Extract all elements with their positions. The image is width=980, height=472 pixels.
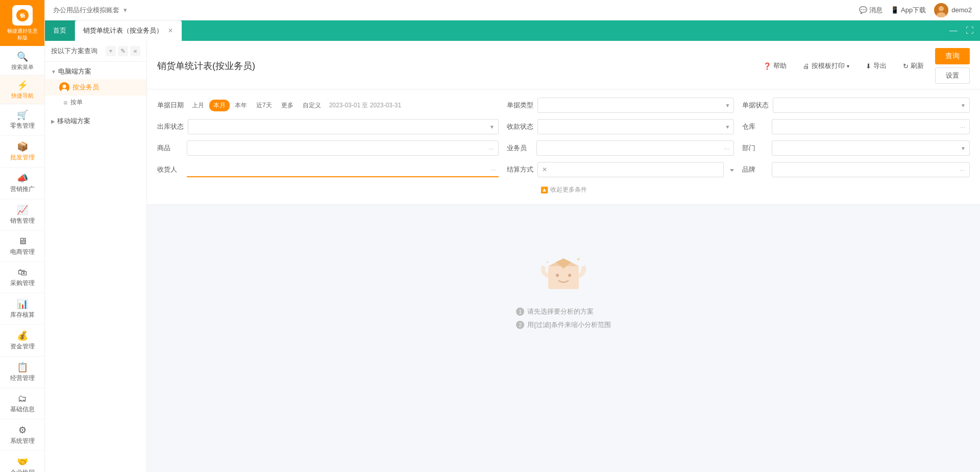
sidebar-item-wholesale[interactable]: 📦 批发管理 (0, 136, 44, 168)
edit-scheme-button[interactable]: ✎ (118, 46, 128, 56)
date-tab-this-year[interactable]: 本年 (231, 100, 251, 111)
mobile-scheme-header[interactable]: ▶ 移动端方案 (45, 113, 146, 129)
collect-status-select[interactable] (537, 119, 734, 134)
sidebar-item-corp[interactable]: 🤝 企业协同 (0, 451, 44, 472)
message-button[interactable]: 💬 消息 (859, 6, 883, 15)
tab-minimize-button[interactable]: — (947, 24, 960, 37)
settle-label: 结算方式 (507, 165, 533, 174)
order-status-select-wrap[interactable] (773, 98, 970, 113)
header-right: 💬 消息 📱 App下载 demo2 (859, 3, 972, 17)
main-area: 办公用品行业模拟账套 ▾ 💬 消息 📱 App下载 de (45, 0, 980, 472)
mobile-chevron-icon: ▶ (51, 119, 55, 124)
collapse-panel-button[interactable]: « (130, 46, 140, 56)
filter-item-receiver: 收货人 ··· (157, 162, 499, 177)
tip-text-1: 请先选择要分析的方案 (527, 307, 594, 316)
refresh-button[interactable]: ↻ 刷新 (898, 59, 929, 73)
right-content: 销货单统计表(按业务员) ❓ 帮助 🖨 按模板打印 ▾ ⬇ 导出 (147, 41, 980, 472)
settle-input[interactable]: ✕ (537, 162, 724, 177)
sidebar-item-system[interactable]: ⚙ 系统管理 (0, 419, 44, 451)
dept-label: 部门 (742, 144, 768, 153)
dept-select[interactable] (772, 140, 970, 156)
print-label: 按模板打印 (812, 61, 845, 70)
order-type-select[interactable] (537, 98, 734, 113)
sidebar-item-ecom[interactable]: 🖥 电商管理 (0, 231, 44, 262)
date-label: 单据日期 (157, 101, 184, 110)
shortcut-icon: ⚡ (17, 80, 28, 91)
desktop-scheme-group: ▼ 电脑端方案 按业务员 ≡ 按单 (45, 62, 146, 111)
user-info[interactable]: demo2 (934, 3, 972, 17)
out-status-label: 出库状态 (157, 122, 184, 131)
sidebar-item-inventory[interactable]: 📊 库存核算 (0, 293, 44, 325)
staff-input[interactable]: ··· (536, 140, 734, 156)
sidebar-search-item[interactable]: 🔍 搜索菜单 (0, 46, 44, 76)
dept-select-wrap[interactable] (772, 140, 970, 156)
date-tab-this-month[interactable]: 本月 (209, 100, 230, 111)
help-button[interactable]: ❓ 帮助 (758, 59, 792, 73)
date-filter: 上月 本月 本年 近7天 更多 自定义 2023-03-01 至 2023-03… (188, 100, 401, 111)
sidebar-purchase-label: 采购管理 (10, 279, 35, 288)
sidebar-item-marketing[interactable]: 📣 营销推广 (0, 168, 44, 199)
svg-text:✦: ✦ (546, 260, 549, 265)
refresh-icon: ↻ (903, 62, 909, 70)
desktop-scheme-header[interactable]: ▼ 电脑端方案 (45, 64, 146, 79)
sidebar-item-operation[interactable]: 📋 经营管理 (0, 357, 44, 388)
sidebar-shortcut-label: 快捷导航 (11, 92, 34, 100)
brand-label: 品牌 (742, 165, 768, 174)
sidebar-item-basic[interactable]: 🗂 基础信息 (0, 388, 44, 419)
mobile-scheme-label: 移动端方案 (57, 116, 90, 126)
left-panel-header: 按以下方案查询 + ✎ « (45, 41, 146, 62)
scheme-item-by-staff[interactable]: 按业务员 (45, 79, 146, 96)
sidebar-item-finance[interactable]: 💰 资金管理 (0, 325, 44, 357)
tab-sales-stat-label: 销货单统计表（按业务员） (83, 26, 163, 35)
filter-item-warehouse: 仓库 ··· (742, 119, 970, 134)
corp-icon: 🤝 (17, 456, 28, 467)
collect-status-select-wrap[interactable] (537, 119, 734, 134)
tab-sales-stat[interactable]: 销货单统计表（按业务员） ✕ (75, 20, 182, 41)
export-button[interactable]: ⬇ 导出 (861, 59, 892, 73)
filter-item-settle: 结算方式 ✕ (507, 162, 734, 177)
scheme-item-by-order[interactable]: ≡ 按单 (45, 96, 146, 109)
tab-maximize-button[interactable]: ⛶ (964, 24, 976, 37)
settings-button[interactable]: 设置 (935, 67, 970, 84)
date-tab-7days[interactable]: 近7天 (252, 100, 276, 111)
collapse-chevron-icon: 🔼 (541, 186, 548, 194)
print-icon: 🖨 (803, 62, 810, 70)
filter-item-out-status: 出库状态 (157, 119, 499, 134)
settle-close-icon[interactable]: ✕ (542, 166, 547, 173)
marketing-icon: 📣 (17, 173, 28, 184)
filter-area: 单据日期 上月 本月 本年 近7天 更多 自定义 2023-03-01 至 20… (147, 89, 980, 205)
sidebar-system-label: 系统管理 (10, 437, 35, 445)
sidebar-search-label: 搜索菜单 (11, 63, 34, 71)
date-range: 2023-03-01 至 2023-03-31 (329, 101, 401, 110)
tab-close-icon[interactable]: ✕ (168, 27, 173, 34)
brand-input[interactable]: ··· (772, 162, 970, 177)
desktop-chevron-icon: ▼ (51, 69, 56, 75)
out-status-select-wrap[interactable] (188, 119, 499, 134)
sidebar-shortcut-item[interactable]: ⚡ 快捷导航 (0, 76, 44, 104)
goods-input[interactable]: ··· (187, 140, 499, 156)
empty-state-tips: 1 请先选择要分析的方案 2 用[过滤]条件来缩小分析范围 (516, 307, 610, 334)
date-tab-last-month[interactable]: 上月 (188, 100, 208, 111)
print-button[interactable]: 🖨 按模板打印 ▾ (798, 59, 854, 73)
left-panel: 按以下方案查询 + ✎ « ▼ 电脑端方案 (45, 41, 147, 472)
header-dropdown-icon[interactable]: ▾ (124, 6, 127, 14)
receiver-input[interactable]: ··· (187, 162, 499, 177)
warehouse-input[interactable]: ··· (772, 119, 970, 134)
order-type-select-wrap[interactable] (537, 98, 734, 113)
out-status-select[interactable] (188, 119, 499, 134)
app-download-button[interactable]: 📱 App下载 (891, 6, 926, 15)
sidebar-item-sales[interactable]: 📈 销售管理 (0, 199, 44, 231)
collapse-filters-button[interactable]: 🔼 收起更多条件 (534, 183, 593, 196)
sidebar-item-retail[interactable]: 🛒 零售管理 (0, 104, 44, 136)
order-status-select[interactable] (773, 98, 970, 113)
message-icon: 💬 (859, 6, 867, 14)
operation-icon: 📋 (17, 362, 28, 373)
tab-home[interactable]: 首页 (45, 20, 75, 41)
date-tab-custom[interactable]: 自定义 (299, 100, 325, 111)
date-tab-more[interactable]: 更多 (277, 100, 298, 111)
sidebar-item-purchase[interactable]: 🛍 采购管理 (0, 262, 44, 293)
query-button[interactable]: 查询 (935, 48, 970, 64)
system-icon: ⚙ (18, 424, 27, 436)
add-scheme-button[interactable]: + (106, 46, 116, 56)
filter-row-1: 单据日期 上月 本月 本年 近7天 更多 自定义 2023-03-01 至 20… (157, 98, 970, 113)
